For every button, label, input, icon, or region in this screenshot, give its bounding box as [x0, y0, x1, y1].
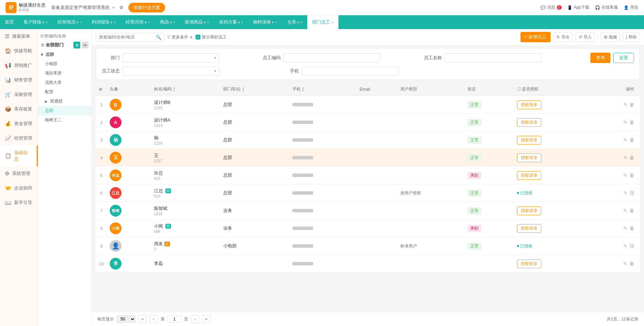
auth-btn[interactable]: 授权登录: [517, 259, 541, 268]
delete-icon[interactable]: 🗑: [629, 226, 634, 231]
edit-icon[interactable]: ✎: [623, 137, 627, 143]
message-btn[interactable]: 💬 消息 5: [541, 5, 562, 10]
dept-search-input[interactable]: [40, 34, 92, 38]
import-btn[interactable]: ↺ 导入: [575, 33, 595, 42]
close-icon[interactable]: ×: [80, 20, 82, 24]
page-size-select[interactable]: 50 20 100: [117, 315, 136, 323]
tab-history[interactable]: 经营历程▾×: [121, 15, 155, 29]
nav-operations[interactable]: 📈 经营管理: [0, 131, 38, 146]
add-employee-btn[interactable]: + 新增员工: [520, 32, 551, 42]
edit-icon[interactable]: ✎: [623, 261, 627, 266]
dept-node-peihuo[interactable]: 配货: [38, 87, 91, 97]
dept-node-zongbu[interactable]: ▾ 总部: [38, 50, 91, 59]
export-btn[interactable]: ↻ 导出: [553, 33, 573, 42]
dept-collapse-icon[interactable]: ≫: [82, 42, 89, 49]
link-icon[interactable]: ⛓: [629, 243, 634, 249]
delete-icon[interactable]: 🗑: [629, 173, 634, 178]
close-icon[interactable]: ×: [207, 20, 209, 24]
close-icon[interactable]: ×: [46, 20, 48, 24]
close-icon[interactable]: ×: [114, 20, 116, 24]
auth-btn[interactable]: 授权登录: [517, 171, 541, 180]
tab-profit[interactable]: 利润报告▾×: [87, 15, 121, 29]
tab-home[interactable]: 首页: [0, 15, 19, 29]
nav-inventory[interactable]: 📦 库存核算: [0, 102, 38, 116]
close-icon[interactable]: ×: [332, 20, 334, 24]
nav-guide[interactable]: 📖 新手引导: [0, 195, 38, 210]
tab-warehouse[interactable]: 仓库▾×: [282, 15, 307, 29]
dept-node-xiangmukufang[interactable]: 项目库房: [38, 69, 91, 78]
user-menu-btn[interactable]: 👤 用友: [624, 5, 638, 10]
close-icon[interactable]: ×: [241, 20, 243, 24]
edit-icon[interactable]: ✎: [623, 102, 627, 107]
search-btn[interactable]: 查询: [590, 53, 610, 63]
help-btn[interactable]: | 帮助: [623, 33, 640, 42]
delete-icon[interactable]: 🗑: [629, 155, 634, 160]
dept-select[interactable]: ▾: [123, 53, 219, 62]
auth-btn[interactable]: 授权登录: [517, 224, 541, 233]
nav-system[interactable]: ⚙ 系统管理: [0, 166, 38, 181]
tab-business[interactable]: 经营情况▾×: [53, 15, 87, 29]
emp-name-input[interactable]: [445, 53, 542, 62]
col-phone[interactable]: 手机 ▲▼: [290, 83, 357, 96]
delete-icon[interactable]: 🗑: [629, 261, 634, 266]
nav-search-menu[interactable]: ☰ 搜索菜单: [0, 29, 38, 44]
tab-material[interactable]: 物料清单▾×: [248, 15, 282, 29]
dept-node-shenyangdaku[interactable]: 沈阳大库: [38, 78, 91, 87]
delete-icon[interactable]: 🗑: [629, 120, 634, 125]
close-icon[interactable]: ×: [275, 20, 277, 24]
nav-collab[interactable]: 🤝 企业协同: [0, 181, 38, 195]
edit-icon[interactable]: ✎: [623, 190, 627, 196]
col-name[interactable]: 姓名/编码 ▲▼: [151, 83, 220, 96]
col-dept[interactable]: 部门/职位 ▲▼: [220, 83, 290, 96]
dept-node-shuanglu[interactable]: ▶ 双鹿想: [38, 97, 91, 106]
close-icon[interactable]: ×: [148, 20, 150, 24]
page-input[interactable]: [167, 316, 181, 323]
nav-purchase[interactable]: 🛒 采购管理: [0, 87, 38, 102]
more-filter-btn[interactable]: ▽ 更多条件 ∧: [167, 34, 193, 40]
edit-icon[interactable]: ✎: [623, 243, 627, 249]
dept-node-xiaodibu[interactable]: 小电部: [38, 59, 91, 69]
dept-node-zongbu2[interactable]: 总部: [38, 106, 91, 115]
tab-goods[interactable]: 商品▾×: [155, 15, 180, 29]
delete-icon[interactable]: 🗑: [629, 137, 634, 143]
auth-btn[interactable]: 授权登录: [517, 136, 541, 144]
edit-icon[interactable]: ✎: [623, 120, 627, 125]
emp-status-select[interactable]: ▾: [123, 67, 219, 76]
tab-dept-staff[interactable]: 部门员工×: [307, 15, 338, 29]
next-page-btn[interactable]: ›: [191, 315, 199, 323]
dept-add-icon[interactable]: ⊕: [73, 42, 80, 49]
tab-add-goods[interactable]: 新增商品▾×: [180, 15, 214, 29]
prev-page-btn[interactable]: ‹: [149, 315, 158, 323]
phone-input[interactable]: [302, 67, 399, 76]
search-icon[interactable]: 🔍: [156, 35, 161, 40]
delete-icon[interactable]: 🗑: [629, 102, 634, 107]
auth-btn[interactable]: 授权登录: [517, 206, 541, 215]
close-icon[interactable]: ×: [173, 20, 175, 24]
settings-icon[interactable]: ⚙: [117, 3, 126, 12]
emp-code-input[interactable]: [283, 53, 380, 62]
search-input[interactable]: [99, 35, 154, 39]
show-departed-toggle[interactable]: ✓ 显示离职员工: [196, 34, 227, 40]
app-download-btn[interactable]: 📱 App下载: [567, 5, 589, 10]
dept-all-label[interactable]: ⊞ 全部部门: [41, 42, 64, 48]
auth-btn[interactable]: 授权登录: [517, 118, 541, 127]
dept-node-zhishuwang[interactable]: 植树王二: [38, 115, 91, 125]
auth-btn[interactable]: 授权登录: [517, 100, 541, 109]
auth-btn[interactable]: 授权登录: [517, 153, 541, 162]
delete-icon[interactable]: 🗑: [629, 208, 634, 213]
set-btn[interactable]: 设置: [613, 53, 634, 63]
dropdown-arrow-icon[interactable]: ▾: [112, 5, 115, 10]
close-icon[interactable]: ×: [300, 20, 302, 24]
edit-icon[interactable]: ✎: [623, 226, 627, 231]
edit-icon[interactable]: ✎: [623, 208, 627, 213]
edit-icon[interactable]: ✎: [623, 173, 627, 178]
link-icon[interactable]: ⛓: [629, 190, 634, 196]
experience-btn[interactable]: 体验行业方案: [128, 3, 165, 12]
nav-marketing[interactable]: 📢 营销推广: [0, 58, 38, 73]
tab-barcode[interactable]: 条码方案▾×: [214, 15, 248, 29]
nav-sales[interactable]: 📊 销售管理: [0, 73, 38, 87]
nav-quick-nav[interactable]: 🏠 快捷导航: [0, 44, 38, 58]
online-service-btn[interactable]: 🎧 在线客服: [595, 5, 618, 10]
first-page-btn[interactable]: «: [138, 315, 147, 323]
nav-basic-info[interactable]: 📋 基础信息: [0, 146, 38, 166]
